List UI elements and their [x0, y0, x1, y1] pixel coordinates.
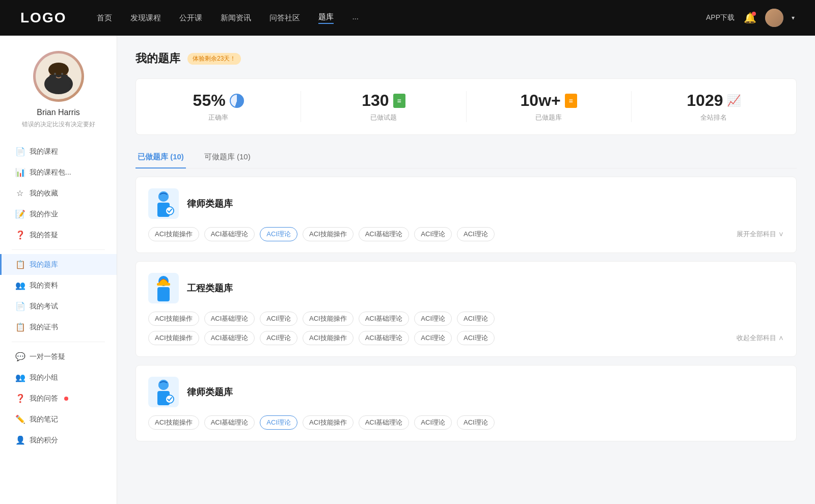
tag-2-7[interactable]: ACI理论 — [457, 312, 495, 326]
stat-done-banks: 10w+ ≡ 已做题库 — [467, 91, 632, 122]
tag-1-7[interactable]: ACI理论 — [457, 227, 495, 241]
nav-menu: 首页 发现课程 公开课 新闻资讯 问答社区 题库 ··· — [97, 12, 706, 24]
svg-point-16 — [166, 395, 174, 403]
stat-site-rank-value: 1029 — [687, 91, 723, 110]
tab-available-banks[interactable]: 可做题库 (10) — [202, 147, 253, 168]
user-dropdown-arrow[interactable]: ▾ — [792, 14, 795, 21]
qbank-card-1-expand[interactable]: 展开全部科目 ∨ — [737, 230, 784, 239]
qbank-card-2-title: 工程类题库 — [187, 282, 233, 294]
qbank-card-1-header: 律师类题库 — [148, 188, 784, 219]
qbank-card-1-tags: ACI技能操作 ACI基础理论 ACI理论 ACI技能操作 ACI基础理论 AC… — [148, 227, 784, 241]
stats-bar: 55% 正确率 130 ≡ 已做试题 10w+ ≡ 已做题库 — [135, 78, 797, 135]
tag-3-1[interactable]: ACI技能操作 — [148, 415, 199, 430]
notification-bell[interactable]: 🔔 — [743, 11, 757, 25]
qbank-card-3-tags: ACI技能操作 ACI基础理论 ACI理论 ACI技能操作 ACI基础理论 AC… — [148, 415, 784, 430]
qbank-card-2-collapse[interactable]: 收起全部科目 ∧ — [737, 333, 784, 343]
sidebar-motto: 错误的决定比没有决定要好 — [14, 120, 103, 129]
tag-2-2[interactable]: ACI基础理论 — [204, 312, 255, 326]
stat-done-questions-value: 130 — [362, 91, 389, 110]
qbank-card-1-icon — [148, 188, 179, 219]
tag-1-3[interactable]: ACI理论 — [260, 227, 297, 241]
sidebar: Brian Harris 错误的决定比没有决定要好 📄 我的课程 📊 我的课程包… — [0, 36, 117, 504]
lawyer-icon — [151, 189, 176, 218]
tag-2-10[interactable]: ACI理论 — [260, 331, 297, 345]
tag-3-5[interactable]: ACI基础理论 — [359, 415, 410, 430]
divider-1 — [12, 249, 105, 250]
tag-2-9[interactable]: ACI基础理论 — [204, 331, 255, 345]
sidebar-item-my-cert[interactable]: 📋 我的证书 — [0, 317, 117, 338]
my-course-icon: 📄 — [15, 147, 24, 156]
sidebar-item-my-materials[interactable]: 👥 我的资料 — [0, 275, 117, 296]
tag-2-8[interactable]: ACI技能操作 — [148, 331, 199, 345]
done-questions-doc-icon: ≡ — [393, 94, 405, 108]
nav-open-course[interactable]: 公开课 — [179, 13, 202, 23]
tag-2-3[interactable]: ACI理论 — [260, 312, 297, 326]
tag-3-2[interactable]: ACI基础理论 — [204, 415, 255, 430]
sidebar-item-my-questions[interactable]: ❓ 我的问答 — [0, 388, 117, 409]
tag-2-14[interactable]: ACI理论 — [457, 331, 495, 345]
tag-1-4[interactable]: ACI技能操作 — [303, 227, 354, 241]
one-on-one-icon: 💬 — [15, 352, 24, 361]
tag-2-1[interactable]: ACI技能操作 — [148, 312, 199, 326]
svg-rect-12 — [157, 283, 170, 286]
nav-qa[interactable]: 问答社区 — [269, 13, 300, 23]
sidebar-item-my-course-pkg[interactable]: 📊 我的课程包... — [0, 162, 117, 183]
tag-2-6[interactable]: ACI理论 — [414, 312, 452, 326]
trial-badge: 体验剩余23天！ — [187, 53, 241, 65]
tag-2-4[interactable]: ACI技能操作 — [303, 312, 354, 326]
qbank-card-3-icon — [148, 377, 179, 407]
qbank-card-2-tags-container: ACI技能操作 ACI基础理论 ACI理论 ACI技能操作 ACI基础理论 AC… — [148, 312, 784, 345]
qbank-card-2: 工程类题库 ACI技能操作 ACI基础理论 ACI理论 ACI技能操作 ACI基… — [135, 261, 797, 357]
avatar-image — [36, 53, 82, 99]
sidebar-menu: 📄 我的课程 📊 我的课程包... ☆ 我的收藏 📝 我的作业 ❓ 我的答疑 � — [0, 141, 117, 451]
tag-2-12[interactable]: ACI基础理论 — [359, 331, 410, 345]
tag-3-4[interactable]: ACI技能操作 — [303, 415, 354, 430]
sidebar-item-my-homework[interactable]: 📝 我的作业 — [0, 204, 117, 225]
sidebar-item-my-points[interactable]: 👤 我的积分 — [0, 430, 117, 451]
engineer-icon — [151, 274, 176, 302]
sidebar-item-one-on-one[interactable]: 💬 一对一答疑 — [0, 346, 117, 367]
svg-rect-11 — [157, 287, 170, 301]
tag-1-2[interactable]: ACI基础理论 — [204, 227, 255, 241]
tag-1-1[interactable]: ACI技能操作 — [148, 227, 199, 241]
tag-1-6[interactable]: ACI理论 — [414, 227, 452, 241]
my-materials-icon: 👥 — [15, 281, 24, 290]
tag-2-13[interactable]: ACI理论 — [414, 331, 452, 345]
nav-home[interactable]: 首页 — [97, 13, 112, 23]
navbar: LOGO 首页 发现课程 公开课 新闻资讯 问答社区 题库 ··· APP下载 … — [0, 0, 815, 36]
user-avatar[interactable] — [765, 9, 783, 27]
main-layout: Brian Harris 错误的决定比没有决定要好 📄 我的课程 📊 我的课程包… — [0, 36, 815, 504]
stat-site-rank-row: 1029 📈 — [687, 91, 741, 110]
qbank-card-3-title: 律师类题库 — [187, 386, 233, 398]
sidebar-item-my-exam[interactable]: 📄 我的考试 — [0, 296, 117, 317]
tag-3-6[interactable]: ACI理论 — [414, 415, 452, 430]
stat-accuracy-label: 正确率 — [208, 113, 228, 122]
sidebar-item-my-group[interactable]: 👥 我的小组 — [0, 367, 117, 388]
tag-2-11[interactable]: ACI技能操作 — [303, 331, 354, 345]
tag-3-7[interactable]: ACI理论 — [457, 415, 495, 430]
divider-2 — [12, 342, 105, 342]
my-points-icon: 👤 — [15, 435, 24, 445]
sidebar-item-my-course[interactable]: 📄 我的课程 — [0, 141, 117, 162]
app-download-link[interactable]: APP下载 — [706, 13, 735, 22]
question-badge — [64, 397, 68, 401]
sidebar-item-my-notes[interactable]: ✏️ 我的笔记 — [0, 409, 117, 430]
nav-discover[interactable]: 发现课程 — [130, 13, 161, 23]
my-cert-icon: 📋 — [15, 322, 24, 332]
sidebar-item-my-qa[interactable]: ❓ 我的答疑 — [0, 225, 117, 245]
nav-news[interactable]: 新闻资讯 — [221, 13, 251, 23]
stat-done-banks-value: 10w+ — [521, 91, 561, 110]
sidebar-item-my-favorites[interactable]: ☆ 我的收藏 — [0, 183, 117, 204]
nav-question-bank[interactable]: 题库 — [318, 12, 334, 24]
tag-3-3[interactable]: ACI理论 — [260, 415, 297, 430]
tag-2-5[interactable]: ACI基础理论 — [359, 312, 410, 326]
nav-more[interactable]: ··· — [352, 14, 359, 22]
tabs-bar: 已做题库 (10) 可做题库 (10) — [135, 147, 797, 169]
sidebar-username: Brian Harris — [37, 108, 79, 117]
qbank-card-2-tags-row1: ACI技能操作 ACI基础理论 ACI理论 ACI技能操作 ACI基础理论 AC… — [148, 312, 784, 326]
tag-1-5[interactable]: ACI基础理论 — [359, 227, 410, 241]
tab-done-banks[interactable]: 已做题库 (10) — [135, 147, 186, 168]
qbank-card-2-icon — [148, 273, 179, 303]
sidebar-item-my-qbank[interactable]: 📋 我的题库 — [0, 254, 117, 275]
logo[interactable]: LOGO — [20, 10, 66, 26]
